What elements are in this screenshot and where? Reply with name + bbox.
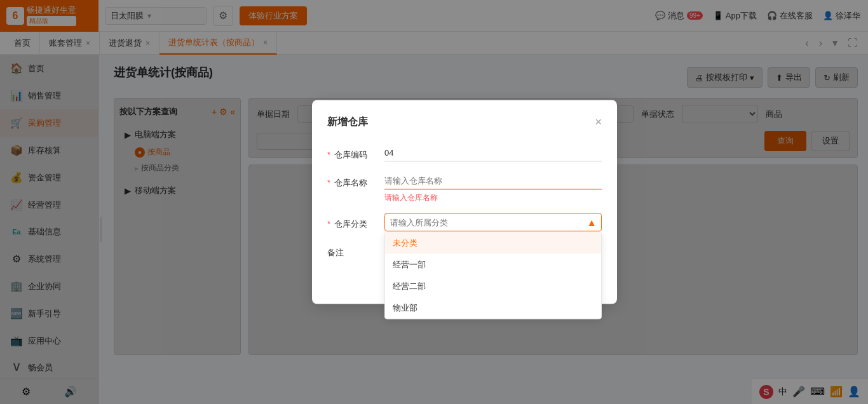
- code-control: [384, 144, 602, 162]
- category-dropdown: 未分类 经营一部 经营二部 物业部: [384, 232, 602, 320]
- name-control: 请输入仓库名称: [384, 172, 602, 203]
- name-error-msg: 请输入仓库名称: [384, 192, 602, 203]
- modal-close-button[interactable]: ×: [595, 116, 602, 129]
- category-input[interactable]: [384, 213, 602, 232]
- dropdown-item-uncategorized[interactable]: 未分类: [385, 232, 601, 254]
- category-control: ▲ 未分类 经营一部 经营二部 物业部: [384, 213, 602, 232]
- form-row-code: * 仓库编码: [327, 144, 602, 162]
- form-row-category: * 仓库分类 ▲ 未分类 经营一部 经营二部 物业部: [327, 213, 602, 232]
- modal-header: 新增仓库 ×: [327, 116, 602, 129]
- required-star: *: [327, 150, 330, 159]
- category-select-wrap: ▲: [384, 213, 602, 232]
- dropdown-item-property[interactable]: 物业部: [385, 297, 601, 319]
- dropdown-item-property-label: 物业部: [393, 303, 417, 313]
- dropdown-item-dept1[interactable]: 经营一部: [385, 254, 601, 276]
- required-star2: *: [327, 178, 330, 187]
- code-input[interactable]: [384, 144, 602, 162]
- name-input[interactable]: [384, 172, 602, 190]
- dropdown-item-dept2[interactable]: 经营二部: [385, 276, 601, 297]
- code-label: * 仓库编码: [327, 144, 384, 161]
- modal-title: 新增仓库: [327, 116, 368, 129]
- form-row-name: * 仓库名称 请输入仓库名称: [327, 172, 602, 203]
- name-label: * 仓库名称: [327, 172, 384, 189]
- dropdown-item-uncategorized-label: 未分类: [393, 238, 417, 248]
- required-star3: *: [327, 219, 330, 229]
- dropdown-item-dept1-label: 经营一部: [393, 260, 426, 269]
- category-arrow-icon: ▲: [587, 217, 597, 228]
- new-warehouse-modal: 新增仓库 × * 仓库编码 * 仓库名称 请输入仓库名称 * 仓库分类: [312, 100, 617, 304]
- category-label: * 仓库分类: [327, 213, 384, 230]
- dropdown-item-dept2-label: 经营二部: [393, 281, 426, 291]
- note-label: 备注: [327, 242, 384, 259]
